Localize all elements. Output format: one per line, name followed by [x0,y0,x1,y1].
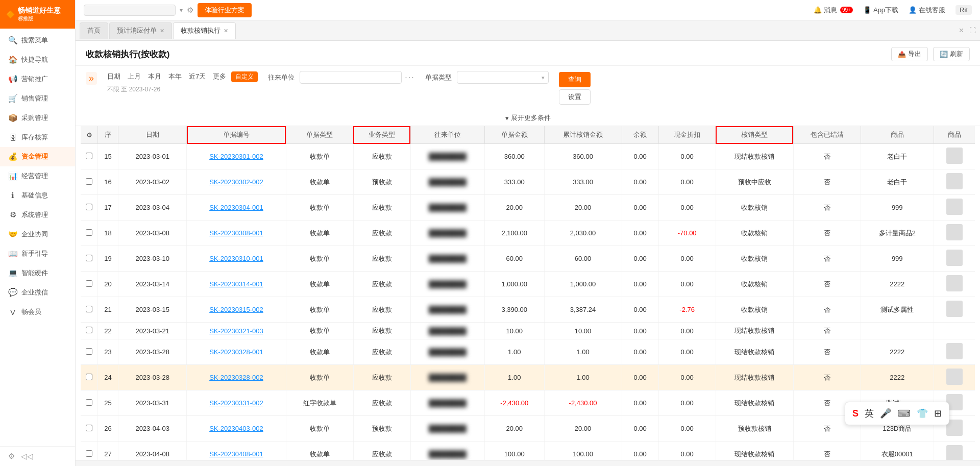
doc-no-link[interactable]: SK-20230403-002 [209,425,263,432]
horizontal-scrollbar[interactable] [76,460,980,466]
popup-keyboard-icon[interactable]: ⌨ [897,408,911,419]
tab-home[interactable]: 首页 [80,22,108,39]
row-checkbox[interactable] [86,306,92,312]
filter-partner-dots[interactable]: ··· [405,73,414,82]
header-gear-icon[interactable]: ⚙ [187,6,193,15]
doc-no-link[interactable]: SK-20230328-002 [209,374,263,381]
doc-no-link[interactable]: SK-20230301-002 [209,153,263,160]
cell-biz-type: 预收款 [353,416,410,442]
doc-no-link[interactable]: SK-20230321-003 [209,327,263,335]
industry-solution-button[interactable]: 体验行业方案 [198,3,252,17]
tab-expand-icon[interactable]: ⛶ [969,27,976,34]
cell-doc-no[interactable]: SK-20230331-002 [187,390,286,416]
cell-doc-no[interactable]: SK-20230302-002 [187,169,286,195]
sidebar-item-hardware[interactable]: 💻 智能硬件 [0,263,75,283]
cell-doc-no[interactable]: SK-20230304-001 [187,195,286,220]
settings-button[interactable]: 设置 [559,89,591,105]
settings-icon[interactable]: ⚙ [8,452,15,461]
popup-english-icon[interactable]: 英 [865,407,874,420]
sidebar-item-basic[interactable]: ℹ 基础信息 [0,186,75,205]
cell-no: 26 [98,416,118,442]
doc-no-link[interactable]: SK-20230408-001 [209,450,263,458]
online-service-button[interactable]: 👤 在线客服 [909,6,945,15]
gear-icon[interactable]: ⚙ [86,131,92,139]
row-checkbox[interactable] [86,327,92,333]
tab-receipts[interactable]: 收款核销执行 ✕ [173,22,236,39]
sidebar-label-finance: 资金管理 [21,152,48,161]
doc-no-link[interactable]: SK-20230310-001 [209,255,263,262]
cell-doc-no[interactable]: SK-20230310-001 [187,246,286,272]
close-all-icon[interactable]: ✕ [954,27,968,34]
filter-date-custom-button[interactable]: 自定义 [231,71,258,82]
row-checkbox[interactable] [86,153,92,159]
cell-doc-no[interactable]: SK-20230315-002 [187,297,286,323]
doc-no-link[interactable]: SK-20230331-002 [209,399,263,407]
filter-date-more[interactable]: 更多 [211,71,228,82]
row-checkbox[interactable] [86,399,92,406]
query-button[interactable]: 查询 [559,72,591,87]
sidebar-item-wechat[interactable]: 💬 企业微信 [0,283,75,302]
export-button[interactable]: 📤 导出 [891,47,928,61]
row-checkbox[interactable] [86,425,92,431]
sidebar-item-finance[interactable]: 💰 资金管理 [0,147,75,166]
nav-search-input[interactable] [84,5,176,16]
row-checkbox[interactable] [86,204,92,210]
refresh-button[interactable]: 🔄 刷新 [933,47,970,61]
row-checkbox[interactable] [86,374,92,380]
cell-doc-no[interactable]: SK-20230328-001 [187,339,286,365]
row-checkbox[interactable] [86,229,92,236]
sidebar-item-member[interactable]: V 畅会员 [0,302,75,322]
popup-grid-icon[interactable]: ⊞ [934,408,942,419]
popup-shirt-icon[interactable]: 👕 [917,408,928,419]
doc-no-link[interactable]: SK-20230314-001 [209,280,263,288]
cell-doc-no[interactable]: SK-20230321-003 [187,323,286,339]
cell-doc-no[interactable]: SK-20230301-002 [187,144,286,169]
filter-date-this-year[interactable]: 本年 [166,71,184,82]
filter-partner-input[interactable] [300,71,402,84]
row-checkbox[interactable] [86,450,92,457]
sidebar-item-shortcuts[interactable]: 🏠 快捷导航 [0,50,75,69]
cell-doc-no[interactable]: SK-20230403-002 [187,416,286,442]
filter-toggle-button[interactable]: » [86,72,97,85]
popup-mic-icon[interactable]: 🎤 [880,408,891,419]
cell-doc-no[interactable]: SK-20230308-001 [187,220,286,246]
expand-more-bar[interactable]: ▾ 展开更多条件 [76,110,980,126]
sidebar-item-purchase[interactable]: 📦 采购管理 [0,108,75,128]
doc-no-link[interactable]: SK-20230304-001 [209,204,263,211]
cell-doc-no[interactable]: SK-20230314-001 [187,272,286,297]
user-avatar[interactable]: Rit [955,5,972,15]
tab-receipts-close-icon[interactable]: ✕ [224,28,228,34]
doc-no-link[interactable]: SK-20230308-001 [209,229,263,237]
sidebar-item-marketing[interactable]: 📢 营销推广 [0,69,75,89]
th-gear[interactable]: ⚙ [81,126,98,144]
cell-doc-no[interactable]: SK-20230328-002 [187,365,286,390]
row-checkbox[interactable] [86,178,92,185]
tab-bar: 首页 预计消应付单 ✕ 收款核销执行 ✕ ✕ ⛶ [76,20,980,41]
filter-date-this-month[interactable]: 本月 [146,71,163,82]
sidebar-item-operation[interactable]: 📊 经营管理 [0,166,75,186]
tab-payable-close-icon[interactable]: ✕ [160,28,164,34]
filter-doctype-label: 单据类型 [425,73,452,82]
doc-no-link[interactable]: SK-20230302-002 [209,178,263,186]
cell-amount: 20.00 [484,195,544,220]
doc-no-link[interactable]: SK-20230315-002 [209,306,263,313]
cell-doc-no[interactable]: SK-20230408-001 [187,442,286,460]
row-checkbox[interactable] [86,348,92,355]
doc-no-link[interactable]: SK-20230328-001 [209,348,263,356]
filter-doctype-select[interactable] [457,71,549,84]
tab-payable[interactable]: 预计消应付单 ✕ [109,22,172,39]
sidebar-item-guide[interactable]: 📖 新手引导 [0,244,75,263]
collapse-icon[interactable]: ◁◁ [21,452,33,461]
sidebar-item-system[interactable]: ⚙ 系统管理 [0,205,75,225]
sidebar-item-collab[interactable]: 🤝 企业协同 [0,225,75,244]
app-download-button[interactable]: 📱 App下载 [863,6,898,15]
sidebar-item-inventory[interactable]: 🗄 库存核算 [0,128,75,147]
filter-date-last-month[interactable]: 上月 [126,71,143,82]
filter-date-7days[interactable]: 近7天 [187,71,208,82]
sidebar-item-sales[interactable]: 🛒 销售管理 [0,89,75,108]
sidebar-item-search[interactable]: 🔍 搜索菜单 [0,31,75,50]
row-checkbox[interactable] [86,280,92,287]
cell-include-settled: 否 [793,365,861,390]
notice-button[interactable]: 🔔 消息 99+ [814,6,853,15]
row-checkbox[interactable] [86,255,92,261]
